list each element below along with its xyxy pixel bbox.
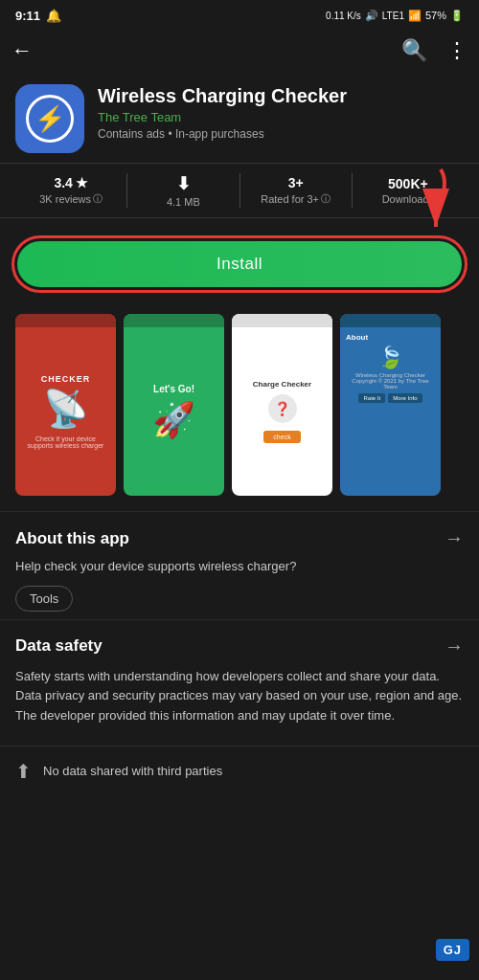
- data-safety-description: Safety starts with understanding how dev…: [15, 667, 464, 726]
- size-label: 4.1 MB: [167, 196, 200, 208]
- time-display: 9:11: [15, 9, 40, 23]
- rating-star-icon: ★: [76, 175, 88, 190]
- age-rating-value: 3+: [288, 175, 304, 190]
- about-section: About this app → Help check your device …: [0, 511, 479, 619]
- wifi-icon: 🔊: [365, 10, 378, 22]
- downloads-value: 500K+: [388, 176, 428, 191]
- about-description: Help check your device supports wireless…: [15, 557, 464, 576]
- screenshot-4[interactable]: About 🍃 Wireless Charging Checker Copyri…: [340, 314, 441, 496]
- status-indicators: 0.11 K/s 🔊 LTE1 📶 57% 🔋: [326, 10, 464, 22]
- reviews-text: 3K reviews: [39, 193, 91, 205]
- about-arrow-icon[interactable]: →: [445, 527, 464, 549]
- data-safety-arrow-icon[interactable]: →: [445, 635, 464, 657]
- age-stat: 3+ Rated for 3+ ⓘ: [240, 175, 352, 206]
- screenshots-section[interactable]: CHECKER 📡 Check if your device supports …: [0, 306, 479, 511]
- data-safety-title: Data safety: [15, 636, 103, 656]
- ss2-rocket-icon: 🚀: [152, 400, 195, 440]
- rating-label: 3K reviews ⓘ: [39, 192, 103, 206]
- screenshot-2[interactable]: Let's Go! 🚀: [124, 314, 224, 496]
- screenshot-1[interactable]: CHECKER 📡 Check if your device supports …: [15, 314, 116, 496]
- downloads-number: 500K+: [388, 176, 428, 191]
- ss3-label: Charge Checker: [253, 380, 311, 389]
- download-icon: ⬇: [176, 173, 191, 194]
- app-header: ⚡ Wireless Charging Checker The Tree Tea…: [0, 71, 479, 163]
- bottom-bar: ⬆ No data shared with third parties: [0, 746, 479, 796]
- app-icon: ⚡: [15, 84, 84, 153]
- info-icon-age: ⓘ: [321, 192, 331, 206]
- tools-tag[interactable]: Tools: [15, 586, 73, 612]
- battery-icon: 🔋: [450, 10, 464, 22]
- ss3-action-btn[interactable]: check: [263, 431, 300, 443]
- age-label: Rated for 3+ ⓘ: [261, 192, 331, 206]
- downloads-text: Downloads: [382, 193, 434, 205]
- app-icon-inner: ⚡: [26, 95, 74, 143]
- battery-level: 57%: [425, 10, 446, 21]
- ss4-btn1[interactable]: Rate It: [358, 393, 385, 403]
- rating-stat: 3.4 ★ 3K reviews ⓘ: [15, 175, 126, 206]
- ss4-label: About: [346, 333, 368, 342]
- downloads-stat: 500K+ Downloads: [353, 176, 464, 205]
- install-button[interactable]: Install: [17, 241, 462, 287]
- watermark: GJ: [436, 939, 469, 961]
- top-navigation: ← 🔍 ⋮: [0, 31, 479, 71]
- ss4-btn2[interactable]: More Info: [388, 393, 422, 403]
- status-time: 9:11 🔔: [15, 9, 61, 23]
- age-rating-text: Rated for 3+: [261, 193, 319, 205]
- no-data-shared-text: No data shared with third parties: [43, 764, 222, 778]
- rating-number: 3.4: [54, 175, 72, 190]
- ss4-description: Wireless Charging Checker Copyright © 20…: [346, 372, 435, 390]
- info-icon: ⓘ: [93, 192, 103, 206]
- ss4-leaf-icon: 🍃: [346, 345, 435, 370]
- app-title: Wireless Charging Checker: [98, 84, 347, 107]
- about-header[interactable]: About this app →: [15, 527, 464, 549]
- search-icon[interactable]: 🔍: [401, 38, 427, 63]
- lightning-icon: ⚡: [34, 104, 65, 134]
- more-options-icon[interactable]: ⋮: [446, 38, 468, 63]
- ss2-label: Let's Go!: [153, 384, 194, 394]
- downloads-label: Downloads: [382, 193, 434, 205]
- about-title: About this app: [15, 529, 129, 548]
- age-value: 3+: [288, 175, 304, 190]
- install-section: Install: [0, 232, 479, 306]
- size-stat: ⬇ 4.1 MB: [127, 173, 239, 208]
- ss1-label: CHECKER: [41, 374, 91, 384]
- screenshot-3[interactable]: Charge Checker ❓ check: [232, 314, 332, 496]
- app-meta: Contains ads • In-app purchases: [98, 127, 347, 141]
- back-button[interactable]: ←: [11, 38, 33, 63]
- data-safety-header[interactable]: Data safety →: [15, 635, 464, 657]
- app-info: Wireless Charging Checker The Tree Team …: [98, 84, 347, 141]
- share-icon[interactable]: ⬆: [15, 760, 32, 783]
- network-speed: 0.11 K/s: [326, 11, 361, 21]
- app-developer[interactable]: The Tree Team: [98, 110, 347, 124]
- ss3-question-icon: ❓: [268, 394, 297, 423]
- size-text: 4.1 MB: [167, 196, 200, 208]
- size-icon-container: ⬇: [176, 173, 191, 194]
- ss1-wifi-icon: 📡: [43, 388, 88, 430]
- stats-row: 3.4 ★ 3K reviews ⓘ ⬇ 4.1 MB 3+ Rated for…: [0, 163, 479, 218]
- status-bar: 9:11 🔔 0.11 K/s 🔊 LTE1 📶 57% 🔋: [0, 0, 479, 31]
- network-type: LTE1: [382, 11, 404, 21]
- ss1-bottom-text: Check if your device supports wireless c…: [19, 435, 112, 449]
- signal-bars: 📶: [408, 10, 422, 22]
- rating-value: 3.4 ★: [54, 175, 87, 190]
- nav-actions: 🔍 ⋮: [401, 38, 468, 63]
- bell-icon: 🔔: [46, 9, 61, 23]
- install-button-wrapper: Install: [11, 235, 468, 293]
- data-safety-section: Data safety → Safety starts with underst…: [0, 619, 479, 742]
